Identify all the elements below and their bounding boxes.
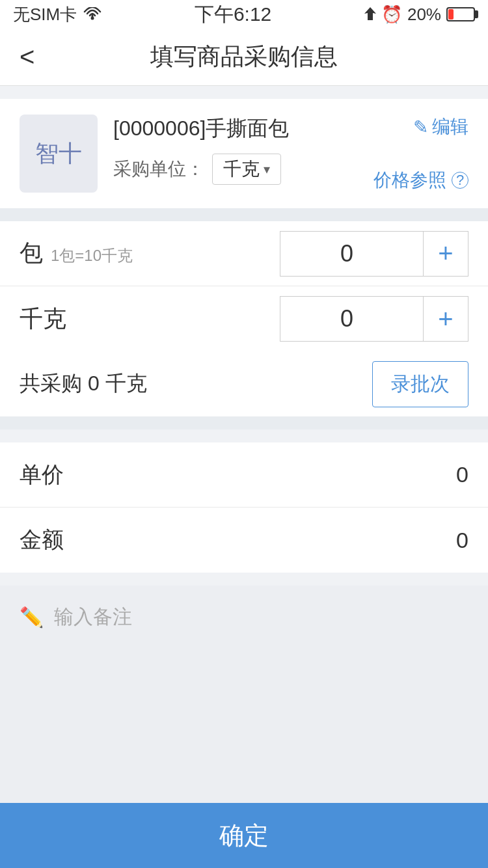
summary-text: 共采购 0 千克 bbox=[20, 370, 147, 398]
product-logo: 智十 bbox=[35, 138, 82, 170]
location-icon bbox=[364, 5, 376, 25]
section-divider-2 bbox=[0, 416, 488, 429]
price-ref-button[interactable]: 价格参照 ? bbox=[373, 168, 468, 193]
amount-label: 金额 bbox=[20, 525, 64, 555]
bag-label: 包 bbox=[20, 237, 43, 269]
bag-input-wrapper: + bbox=[280, 231, 468, 277]
status-bar-left: 无SIM卡 bbox=[13, 3, 102, 26]
amount-value: 0 bbox=[456, 528, 468, 553]
bag-sublabel: 1包=10千克 bbox=[51, 245, 133, 266]
price-value: 0 bbox=[456, 462, 468, 487]
kg-input-row: 千克 + bbox=[0, 286, 488, 351]
amount-row: 金额 0 bbox=[0, 508, 488, 573]
unit-select[interactable]: 千克 ▾ bbox=[212, 154, 281, 185]
battery-percent: 20% bbox=[407, 5, 441, 25]
edit-icon: ✎ bbox=[413, 116, 428, 138]
bag-input-row: 包 1包=10千克 + bbox=[0, 221, 488, 286]
status-bar-time: 下午6:12 bbox=[195, 1, 271, 28]
price-label: 单价 bbox=[20, 460, 64, 490]
edit-label: 编辑 bbox=[432, 115, 468, 139]
kg-label: 千克 bbox=[20, 303, 66, 335]
kg-label-group: 千克 bbox=[20, 303, 280, 335]
price-row: 单价 0 bbox=[0, 442, 488, 508]
section-divider-1 bbox=[0, 208, 488, 221]
kg-plus-button[interactable]: + bbox=[423, 296, 468, 342]
remark-placeholder: 输入备注 bbox=[54, 604, 132, 631]
remark-section[interactable]: ✏️ 输入备注 bbox=[0, 586, 488, 649]
status-bar-right: ⏰ 20% bbox=[364, 5, 475, 25]
nav-bar: < 填写商品采购信息 bbox=[0, 29, 488, 86]
input-section: 包 1包=10千克 + 千克 + bbox=[0, 221, 488, 351]
confirm-button[interactable]: 确定 bbox=[0, 803, 488, 868]
help-icon: ? bbox=[452, 172, 468, 189]
nav-title: 填写商品采购信息 bbox=[150, 41, 338, 73]
batch-button[interactable]: 录批次 bbox=[372, 361, 468, 407]
unit-value: 千克 bbox=[223, 157, 260, 182]
edit-button[interactable]: ✎ 编辑 bbox=[413, 115, 468, 139]
bag-input[interactable] bbox=[280, 231, 423, 277]
wifi-icon bbox=[83, 5, 102, 25]
pencil-icon: ✏️ bbox=[20, 606, 44, 629]
status-bar: 无SIM卡 下午6:12 ⏰ 20% bbox=[0, 0, 488, 29]
svg-point-0 bbox=[91, 16, 94, 20]
chevron-down-icon: ▾ bbox=[264, 161, 270, 177]
carrier-text: 无SIM卡 bbox=[13, 3, 77, 26]
bag-label-group: 包 1包=10千克 bbox=[20, 237, 280, 269]
kg-input-wrapper: + bbox=[280, 296, 468, 342]
battery-icon bbox=[446, 7, 475, 21]
product-card: 智十 [0000006]手撕面包 采购单位： 千克 ▾ ✎ 编辑 价格参照 ? bbox=[0, 99, 488, 208]
alarm-icon: ⏰ bbox=[381, 5, 402, 25]
detail-section: 单价 0 金额 0 bbox=[0, 442, 488, 573]
summary-row: 共采购 0 千克 录批次 bbox=[0, 351, 488, 416]
price-ref-label: 价格参照 bbox=[373, 168, 446, 193]
bag-plus-button[interactable]: + bbox=[423, 231, 468, 277]
product-image: 智十 bbox=[20, 115, 98, 193]
back-button[interactable]: < bbox=[20, 42, 34, 72]
unit-label: 采购单位： bbox=[113, 157, 204, 182]
kg-input[interactable] bbox=[280, 296, 423, 342]
